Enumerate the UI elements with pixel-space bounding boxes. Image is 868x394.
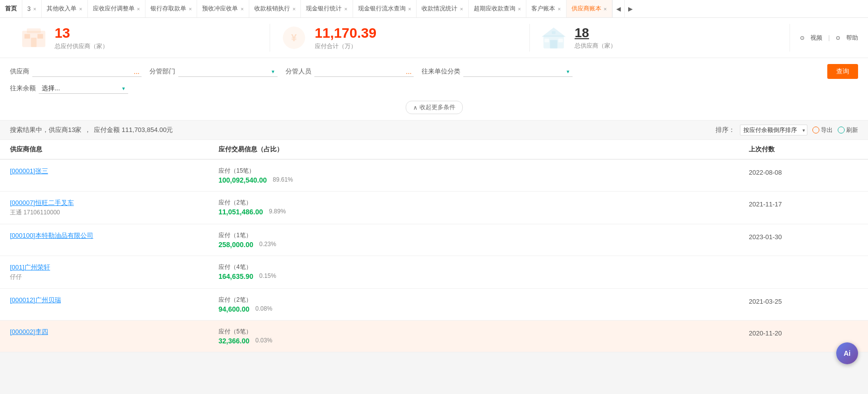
- payable-inline: 94,600.00 0.08%: [218, 304, 749, 313]
- payable-amount: 11,051,486.00: [218, 208, 263, 216]
- nav-tab-prepay[interactable]: 预收冲应收单 ×: [197, 0, 249, 18]
- close-icon[interactable]: ×: [137, 6, 140, 12]
- export-icon: [812, 127, 819, 133]
- filter-area: 供应商 ... 分管部门 分管人员 ... 往来单位分类: [0, 58, 868, 121]
- department-select-wrap: [178, 66, 278, 77]
- svg-rect-10: [545, 39, 549, 42]
- nav-tab-overdue[interactable]: 超期应收款查询 ×: [469, 0, 526, 18]
- payable-cell: 应付（2笔） 11,051,486.00 9.89%: [218, 198, 749, 216]
- nav-tab-cash-flow[interactable]: 现金银行流水查询 ×: [353, 0, 417, 18]
- close-icon[interactable]: ×: [344, 6, 347, 12]
- last-pay-date: [749, 263, 858, 265]
- supplier-dots-icon[interactable]: ...: [134, 67, 140, 75]
- payable-count: 应付（1笔）: [218, 231, 749, 240]
- payable-amount: 258,000.00: [218, 241, 253, 249]
- payable-pct: 89.61%: [273, 176, 293, 183]
- table-row: [001]广州荣轩 仔仔 应付（4笔） 164,635.90 0.15%: [0, 256, 868, 289]
- filter-person: 分管人员 ...: [286, 66, 414, 77]
- department-select[interactable]: [178, 66, 278, 77]
- export-label: 导出: [821, 126, 833, 134]
- stat-number-amount: 11,170.39: [315, 25, 377, 42]
- supplier-name-link[interactable]: [001]广州荣轩: [10, 263, 218, 272]
- nav-tab-other-income[interactable]: 其他收入单 ×: [42, 0, 87, 18]
- table-row: [000002]李四 应付（5笔） 32,366.00 0.03% 2020-1…: [0, 321, 868, 352]
- supplier-input[interactable]: [32, 66, 142, 77]
- close-icon[interactable]: ×: [558, 6, 561, 12]
- supplier-name-link[interactable]: [000002]李四: [10, 328, 218, 336]
- refresh-button[interactable]: 刷新: [838, 126, 858, 134]
- close-icon[interactable]: ×: [33, 6, 36, 12]
- nav-tab-receipt-stat[interactable]: 收款情况统计 ×: [417, 0, 468, 18]
- divider: |: [828, 34, 830, 41]
- sort-select[interactable]: 按应付余额倒序排序: [740, 125, 807, 135]
- amount-icon: ¥: [280, 24, 308, 52]
- svg-rect-3: [37, 34, 43, 39]
- nav-tab-cash-stat[interactable]: 现金银行统计 ×: [301, 0, 353, 18]
- nav-tab-bank[interactable]: 银行存取款单 ×: [145, 0, 197, 18]
- sort-select-wrap: 按应付余额倒序排序: [740, 125, 807, 135]
- category-select-wrap: [463, 66, 573, 77]
- close-icon[interactable]: ×: [240, 6, 243, 12]
- balance-select[interactable]: 选择...: [39, 83, 128, 94]
- payable-inline: 32,366.00 0.03%: [218, 336, 749, 345]
- supplier-name-link[interactable]: [000007]恒旺二手叉车: [10, 198, 218, 207]
- header-right-links: ⊙ 视频 | ⊙ 帮助: [790, 34, 858, 42]
- collapse-up-icon: ∧: [413, 104, 418, 111]
- stat-number-suppliers: 13: [55, 25, 108, 42]
- payable-inline: 164,635.90 0.15%: [218, 271, 749, 280]
- result-separator: ，: [84, 126, 91, 134]
- filter-department-label: 分管部门: [149, 67, 175, 76]
- nav-tab-ar-adjust[interactable]: 应收应付调整单 ×: [88, 0, 145, 18]
- table-row: [000012]广州贝瑞 应付（2笔） 94,600.00 0.08% 2021…: [0, 289, 868, 321]
- col-header-lastpay: 上次付数: [749, 145, 858, 154]
- supplier-name-link[interactable]: [000012]广州贝瑞: [10, 296, 218, 305]
- table-body: [000001]张三 应付（15笔） 100,092,540.00 89.61%…: [0, 160, 868, 352]
- supplier-info-cell: [000100]本特勒油品有限公司: [10, 231, 218, 240]
- sort-group: 排序： 按应付余额倒序排序 导出 刷新: [716, 125, 858, 135]
- payable-pct: 0.03%: [255, 337, 272, 344]
- close-icon[interactable]: ×: [518, 6, 521, 12]
- nav-tab-supplier-ledger[interactable]: 供应商账本 ×: [567, 0, 612, 18]
- nav-tab-3[interactable]: 3 ×: [22, 0, 42, 18]
- lastpay-cell: [749, 263, 858, 265]
- payable-pct: 0.23%: [259, 241, 276, 248]
- supplier-info-cell: [001]广州荣轩 仔仔: [10, 263, 218, 281]
- help-link[interactable]: 帮助: [846, 34, 858, 42]
- supplier-name-link[interactable]: [000001]张三: [10, 167, 218, 176]
- person-input[interactable]: [314, 66, 414, 77]
- nav-tab-customer-ledger[interactable]: 客户账本 ×: [526, 0, 566, 18]
- store-icon: [540, 24, 568, 52]
- payable-pct: 0.15%: [259, 272, 276, 279]
- query-button[interactable]: 查询: [827, 64, 858, 79]
- filter-balance: 往来余额 选择...: [10, 83, 128, 94]
- collapse-button[interactable]: ∧ 收起更多条件: [406, 101, 463, 114]
- person-dots-icon[interactable]: ...: [406, 67, 412, 75]
- nav-arrow-left[interactable]: ◀: [612, 0, 624, 18]
- close-icon[interactable]: ×: [604, 6, 607, 12]
- nav-arrow-right[interactable]: ▶: [624, 0, 636, 18]
- payable-amount: 164,635.90: [218, 272, 253, 280]
- person-input-wrap: ...: [314, 66, 414, 77]
- close-icon[interactable]: ×: [460, 6, 463, 12]
- supplier-info-cell: [000002]李四: [10, 328, 218, 336]
- stat-label-total: 总供应商（家）: [575, 42, 780, 50]
- filter-category: 往来单位分类: [422, 66, 573, 77]
- close-icon[interactable]: ×: [408, 6, 411, 12]
- export-button[interactable]: 导出: [812, 126, 833, 134]
- supplier-name-link[interactable]: [000100]本特勒油品有限公司: [10, 231, 218, 240]
- video-link[interactable]: 视频: [810, 34, 822, 42]
- nav-tab-collection[interactable]: 收款核销执行 ×: [249, 0, 301, 18]
- ai-label: Ai: [844, 349, 851, 352]
- nav-tab-home[interactable]: 首页: [0, 0, 22, 18]
- close-icon[interactable]: ×: [189, 6, 192, 12]
- svg-text:¥: ¥: [291, 32, 297, 43]
- last-pay-date: 2021-11-17: [749, 198, 858, 208]
- lastpay-cell: 2021-11-17: [749, 198, 858, 208]
- category-select[interactable]: [463, 66, 573, 77]
- close-icon[interactable]: ×: [79, 6, 82, 12]
- col-header-payable: 应付交易信息（占比）: [218, 145, 749, 154]
- supplier-info-cell: [000012]广州贝瑞: [10, 296, 218, 305]
- stat-label-amount: 应付合计（万）: [315, 42, 377, 51]
- filter-row-1: 供应商 ... 分管部门 分管人员 ... 往来单位分类: [10, 64, 858, 79]
- close-icon[interactable]: ×: [292, 6, 295, 12]
